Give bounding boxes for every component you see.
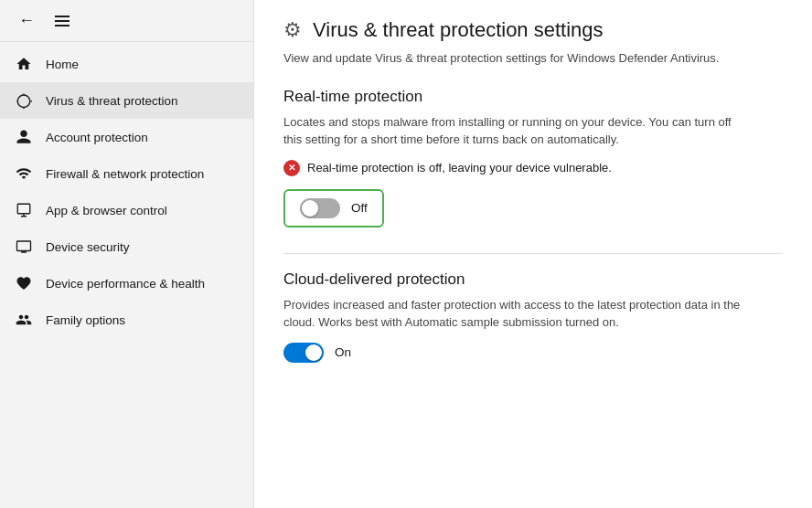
sidebar-item-app-browser[interactable]: App & browser control [0,192,253,228]
realtime-warning-text: Real-time protection is off, leaving you… [307,161,612,175]
page-title-row: ⚙ Virus & threat protection settings [283,18,783,42]
sidebar-item-device-health[interactable]: Device performance & health [0,265,253,302]
cloud-section: Cloud-delivered protection Provides incr… [283,270,783,363]
cloud-description: Provides increased and faster protection… [283,296,741,332]
page-title: Virus & threat protection settings [313,18,604,42]
sidebar-item-virus[interactable]: Virus & threat protection [0,82,253,119]
realtime-toggle-track[interactable] [300,198,340,218]
cloud-title: Cloud-delivered protection [283,270,783,289]
sidebar-icon-home [15,55,33,73]
realtime-description: Locates and stops malware from installin… [283,113,741,149]
sidebar-label-device-health: Device performance & health [46,277,205,291]
hamburger-line-2 [55,20,69,22]
cloud-toggle-thumb [305,344,322,361]
realtime-section: Real-time protection Locates and stops m… [283,88,783,249]
cloud-toggle-track[interactable] [283,343,324,363]
cloud-toggle-label: On [335,345,351,359]
svg-rect-0 [17,204,30,214]
sidebar-item-home[interactable]: Home [0,46,253,82]
realtime-toggle-label: Off [351,201,368,215]
sidebar-label-virus: Virus & threat protection [46,94,178,108]
sidebar-label-firewall: Firewall & network protection [46,167,204,181]
sidebar-label-account: Account protection [46,131,148,144]
sidebar-label-app-browser: App & browser control [46,204,167,217]
sidebar-icon-firewall [15,164,33,183]
sidebar-icon-virus [15,91,33,110]
sidebar-item-family[interactable]: Family options [0,302,253,338]
realtime-toggle-container[interactable]: Off [283,189,384,228]
sidebar-label-home: Home [46,58,79,71]
sidebar-header: ← [0,0,253,42]
svg-rect-1 [17,241,31,251]
sidebar-label-family: Family options [46,313,125,327]
sidebar-label-device-security: Device security [46,240,130,254]
sidebar-item-device-security[interactable]: Device security [0,228,253,265]
main-content: ⚙ Virus & threat protection settings Vie… [254,0,812,508]
warning-icon [283,160,300,176]
cloud-toggle-row[interactable]: On [283,343,783,363]
sidebar-icon-family [15,311,33,329]
sidebar-item-account[interactable]: Account protection [0,119,253,155]
realtime-warning-row: Real-time protection is off, leaving you… [283,160,783,176]
sidebar-navigation: HomeVirus & threat protectionAccount pro… [0,42,253,338]
sidebar-icon-device-health [15,274,33,292]
sidebar-icon-device-security [15,238,33,256]
sidebar-icon-app-browser [15,201,33,219]
sidebar: ← HomeVirus & threat protectionAccount p… [0,0,254,508]
realtime-toggle-thumb [302,200,318,217]
page-description: View and update Virus & threat protectio… [283,49,741,68]
hamburger-line-1 [55,16,69,17]
hamburger-button[interactable] [49,14,75,28]
realtime-title: Real-time protection [283,88,783,106]
hamburger-line-3 [55,25,69,26]
settings-icon: ⚙ [283,18,302,42]
back-button[interactable]: ← [13,9,40,32]
section-divider [283,253,783,254]
sidebar-icon-account [15,128,33,146]
sidebar-item-firewall[interactable]: Firewall & network protection [0,155,253,192]
